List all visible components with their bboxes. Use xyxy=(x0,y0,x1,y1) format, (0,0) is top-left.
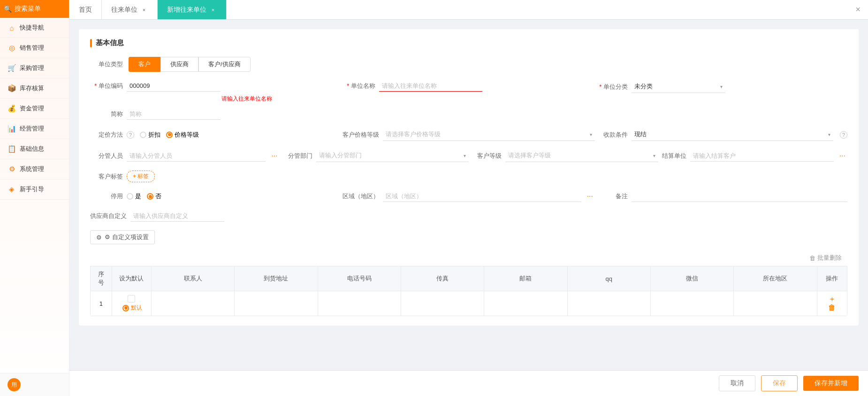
default-checkbox[interactable] xyxy=(128,295,135,303)
unit-category-select[interactable]: 未分类 ▾ xyxy=(632,80,725,93)
pricing-method-field: 定价方法 ? 折扣 价格等级 xyxy=(90,131,343,139)
qq-input[interactable] xyxy=(572,300,646,307)
row-contact[interactable] xyxy=(151,291,234,316)
supplier-custom-input[interactable] xyxy=(130,210,224,222)
row-action: + 🗑 xyxy=(817,291,847,316)
sidebar-item-new-guide[interactable]: ◈ 新手引导 xyxy=(0,179,69,200)
default-radio-label: 默认 xyxy=(131,304,142,312)
col-fax: 传真 xyxy=(401,266,484,291)
fax-input[interactable] xyxy=(406,300,479,307)
row-wechat[interactable] xyxy=(650,291,733,316)
manager-input[interactable] xyxy=(127,150,266,162)
sidebar-bottom: 用 xyxy=(0,373,69,396)
pricing-radio-price-level[interactable]: 价格等级 xyxy=(166,131,199,139)
department-select[interactable]: 请输入分管部门 ▾ xyxy=(316,149,469,162)
wechat-input[interactable] xyxy=(655,300,729,307)
sidebar-item-purchase[interactable]: 🛒 采购管理 xyxy=(0,58,69,78)
finance-icon: 💰 xyxy=(8,104,16,113)
cancel-button[interactable]: 取消 xyxy=(719,375,755,391)
tab-partners-close[interactable]: × xyxy=(140,6,148,14)
save-button[interactable]: 保存 xyxy=(761,375,798,391)
pricing-help-icon[interactable]: ? xyxy=(127,131,134,139)
department-field: 分管部门 请输入分管部门 ▾ xyxy=(280,149,469,162)
sidebar-item-operations[interactable]: 📊 经营管理 xyxy=(0,119,69,139)
type-btn-customer[interactable]: 客户 xyxy=(129,57,160,72)
tab-bar: 首页 往来单位 × 新增往来单位 × × xyxy=(69,0,868,20)
payment-terms-select[interactable]: 现结 ▾ xyxy=(632,128,833,141)
row-region[interactable] xyxy=(734,291,817,316)
operations-icon: 📊 xyxy=(8,124,16,133)
sidebar-item-inventory[interactable]: 📦 库存核算 xyxy=(0,78,69,99)
short-name-input[interactable] xyxy=(127,109,221,120)
email-input[interactable] xyxy=(489,300,562,307)
tab-new-partner-close[interactable]: × xyxy=(209,6,217,14)
delete-row-button[interactable]: 🗑 xyxy=(826,303,838,311)
row-qq[interactable] xyxy=(567,291,650,316)
col-index: 序号 xyxy=(91,266,112,291)
tab-partners[interactable]: 往来单位 × xyxy=(102,0,158,19)
basic-info-icon: 📋 xyxy=(8,145,16,153)
settlement-more-btn[interactable]: ··· xyxy=(838,152,847,160)
contact-input[interactable] xyxy=(156,300,229,307)
disabled-radio-no[interactable]: 否 xyxy=(147,192,161,201)
remarks-input[interactable] xyxy=(632,191,847,202)
contact-table: 序号 设为默认 联系人 到货地址 电话号码 传真 邮箱 qq 微信 所在地区 操… xyxy=(90,266,847,316)
type-btn-both[interactable]: 客户/供应商 xyxy=(198,57,251,72)
col-phone: 电话号码 xyxy=(318,266,401,291)
payment-terms-label: 收款条件 xyxy=(595,131,628,139)
col-action: 操作 xyxy=(817,266,847,291)
batch-delete-button[interactable]: 🗑 批量删除 xyxy=(809,254,842,262)
manager-label: 分管人员 xyxy=(90,152,123,160)
phone-input[interactable] xyxy=(323,300,396,307)
unit-category-label: 单位分类 xyxy=(595,83,628,91)
row-fax[interactable] xyxy=(401,291,484,316)
manager-more-btn[interactable]: ··· xyxy=(269,152,279,160)
row-address[interactable] xyxy=(235,291,318,316)
chevron-down-icon2: ▾ xyxy=(590,132,592,137)
window-close-button[interactable]: × xyxy=(848,5,868,15)
col-contact: 联系人 xyxy=(151,266,234,291)
radio-price-level-circle xyxy=(166,132,173,138)
section-title: 基本信息 xyxy=(90,39,847,47)
region-input[interactable] xyxy=(383,191,581,202)
add-tag-button[interactable]: + 标签 xyxy=(127,171,155,182)
unit-code-input[interactable] xyxy=(127,80,221,92)
sidebar-item-basic-info[interactable]: 📋 基础信息 xyxy=(0,139,69,159)
supplier-custom-label: 供应商自定义 xyxy=(90,212,127,220)
row-phone[interactable] xyxy=(318,291,401,316)
add-row-button[interactable]: + xyxy=(828,295,836,303)
payment-help-icon[interactable]: ? xyxy=(840,131,847,139)
type-btn-supplier[interactable]: 供应商 xyxy=(160,57,198,72)
avatar: 用 xyxy=(8,378,21,391)
tab-new-partner[interactable]: 新增往来单位 × xyxy=(158,0,227,19)
disabled-radio-yes[interactable]: 是 xyxy=(127,192,141,201)
home-icon: ⌂ xyxy=(8,23,16,32)
col-address: 到货地址 xyxy=(235,266,318,291)
region-input-cell[interactable] xyxy=(739,300,812,307)
sidebar-item-system[interactable]: ⚙ 系统管理 xyxy=(0,159,69,179)
sidebar-item-quick-nav[interactable]: ⌂ 快捷导航 xyxy=(0,18,69,38)
pricing-radio-discount[interactable]: 折扣 xyxy=(140,131,160,139)
address-input[interactable] xyxy=(239,300,312,307)
col-email: 邮箱 xyxy=(484,266,567,291)
sidebar-item-sales[interactable]: ◎ 销售管理 xyxy=(0,38,69,58)
customer-price-level-field: 客户价格等级 请选择客户价格等级 ▾ xyxy=(343,128,595,141)
gear-icon: ⚙ xyxy=(96,234,102,241)
tab-home[interactable]: 首页 xyxy=(69,0,102,19)
unit-name-input[interactable] xyxy=(379,80,482,92)
save-and-new-button[interactable]: 保存并新增 xyxy=(803,376,859,391)
radio-no-label: 否 xyxy=(155,192,161,201)
sales-icon: ◎ xyxy=(8,44,16,52)
sidebar-item-finance[interactable]: 💰 资金管理 xyxy=(0,99,69,119)
radio-no-circle xyxy=(147,193,153,200)
row-default-radio[interactable]: 默认 xyxy=(122,304,142,312)
customer-level-select[interactable]: 请选择客户等级 ▾ xyxy=(505,149,658,162)
sidebar-search[interactable]: 🔍 搜索菜单 xyxy=(0,0,69,18)
row-email[interactable] xyxy=(484,291,567,316)
settlement-unit-input[interactable] xyxy=(690,150,834,162)
col-region: 所在地区 xyxy=(734,266,817,291)
custom-settings-button[interactable]: ⚙ ⚙ 自定义项设置 xyxy=(90,230,155,244)
customer-price-level-select[interactable]: 请选择客户价格等级 ▾ xyxy=(383,128,595,141)
tab-partners-label: 往来单位 xyxy=(111,6,137,14)
region-more-btn[interactable]: ··· xyxy=(585,192,595,201)
